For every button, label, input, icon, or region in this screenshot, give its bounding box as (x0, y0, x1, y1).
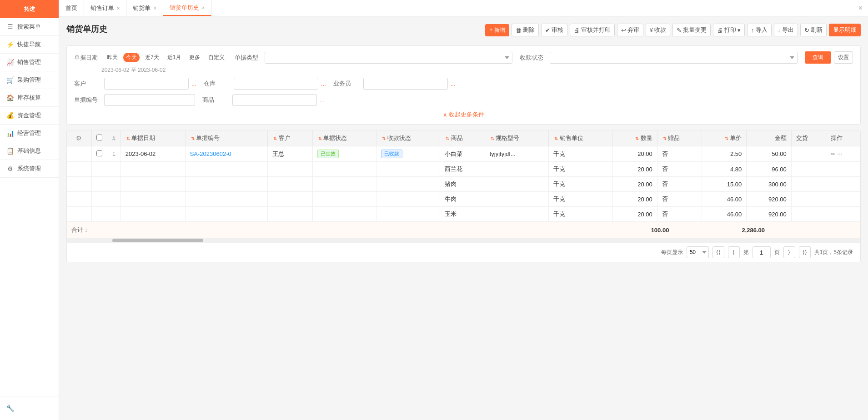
salesperson-ellipsis[interactable]: ... (451, 80, 456, 87)
date-tag-7days[interactable]: 近7天 (142, 53, 162, 62)
page-last-btn[interactable]: ⟩⟩ (799, 246, 811, 258)
horizontal-scrollbar[interactable] (67, 238, 860, 242)
edit-icon[interactable]: ✏ (831, 151, 835, 157)
date-tag-custom[interactable]: 自定义 (206, 53, 227, 62)
customer-ellipsis[interactable]: ... (191, 80, 196, 87)
sidebar-item-sales-mgmt[interactable]: 📈 销售管理 (0, 54, 59, 71)
row-goods: 牛肉 (440, 192, 485, 207)
import-button[interactable]: ↑ 导入 (747, 24, 772, 36)
th-checkbox[interactable] (91, 130, 107, 146)
row-doc-no[interactable]: SA-20230602-0 (185, 146, 268, 162)
date-tag-today[interactable]: 今天 (123, 53, 140, 62)
th-gear[interactable]: ⚙ (67, 130, 91, 146)
tab-home[interactable]: 首页 (59, 0, 84, 16)
th-doc-date[interactable]: ⇅ 单据日期 (120, 130, 185, 146)
page-suffix: 页 (774, 249, 780, 256)
per-page-select[interactable]: 50 100 200 (687, 246, 709, 258)
date-tag-1month[interactable]: 近1月 (165, 53, 184, 62)
sidebar-item-purchase-mgmt[interactable]: 🛒 采购管理 (0, 71, 59, 89)
sidebar-item-quick-nav[interactable]: ⚡ 快捷导航 (0, 36, 59, 54)
settings-button[interactable]: 设置 (834, 51, 853, 64)
tab-sales-goods[interactable]: 销货单 × (126, 0, 163, 16)
warehouse-label: 仓库 (204, 80, 231, 88)
sidebar-item-finance[interactable]: 💰 资金管理 (0, 107, 59, 125)
goods-ellipsis[interactable]: ... (320, 97, 325, 104)
th-doc-status[interactable]: ⇅ 单据状态 (312, 130, 376, 146)
row-checkbox[interactable] (91, 177, 107, 192)
row-checkbox[interactable] (91, 192, 107, 207)
delete-button[interactable]: 🗑 删除 (512, 24, 539, 36)
query-button[interactable]: 查询 (805, 51, 831, 64)
tab-bar-close-all[interactable]: × (853, 4, 868, 12)
row-doc-no[interactable] (185, 207, 268, 222)
row-checkbox[interactable] (91, 207, 107, 222)
new-button[interactable]: + 新增 (485, 24, 509, 36)
page-input[interactable]: 1 (753, 246, 771, 258)
total-amount: 2,286.00 (742, 227, 765, 234)
print-button[interactable]: 🖨 打印 ▾ (713, 24, 745, 36)
salesperson-filter-group: 业务员 ... (333, 78, 456, 90)
gear-icon[interactable]: ⚙ (76, 135, 82, 142)
show-detail-button[interactable]: 显示明细 (829, 24, 861, 36)
page-next-btn[interactable]: ⟩ (783, 246, 795, 258)
row-qty: 20.00 (612, 146, 657, 162)
th-doc-no[interactable]: ⇅ 单据编号 (185, 130, 268, 146)
collect-button[interactable]: ¥ 收款 (646, 24, 670, 36)
more-icon[interactable]: ⋯ (837, 151, 843, 157)
th-goods[interactable]: ⇅ 商品 (440, 130, 485, 146)
date-filter-group: 单据日期 昨天 今天 近7天 近1月 更多 自定义 (74, 53, 227, 62)
salesperson-input[interactable] (363, 78, 448, 90)
row-doc-no[interactable] (185, 162, 268, 177)
row-gift: 否 (657, 162, 702, 177)
th-unit[interactable]: ⇅ 销售单位 (549, 130, 612, 146)
row-goods: 小白菜 (440, 146, 485, 162)
refresh-button[interactable]: ↻ 刷新 (800, 24, 827, 36)
doc-no-input[interactable] (104, 94, 195, 106)
warehouse-ellipsis[interactable]: ... (321, 80, 326, 87)
sidebar-item-ops-mgmt[interactable]: 📊 经营管理 (0, 125, 59, 142)
row-checkbox[interactable] (91, 162, 107, 177)
print-icon: 🖨 (717, 27, 723, 34)
batch-change-button[interactable]: ✎ 批量变更 (672, 24, 711, 36)
customer-input[interactable] (104, 78, 189, 90)
page-prev-btn[interactable]: ⟨ (728, 246, 740, 258)
th-qty[interactable]: ⇅ 数量 (612, 130, 657, 146)
salesperson-label: 业务员 (333, 80, 361, 88)
date-tag-yesterday[interactable]: 昨天 (104, 53, 120, 62)
inventory-icon: 🏠 (6, 94, 14, 101)
sidebar-item-search-menu[interactable]: ☰ 搜索菜单 (0, 18, 59, 36)
th-spec[interactable]: ⇅ 规格型号 (485, 130, 548, 146)
date-tag-more[interactable]: 更多 (186, 53, 203, 62)
sidebar-item-inventory[interactable]: 🏠 库存核算 (0, 89, 59, 107)
warehouse-input[interactable] (234, 78, 318, 90)
sidebar: 拓进 ☰ 搜索菜单 ⚡ 快捷导航 📈 销售管理 🛒 采购管理 🏠 库存核算 💰 … (0, 0, 59, 420)
sort-icon: ⇅ (191, 136, 195, 141)
doc-type-select[interactable] (265, 52, 512, 64)
th-customer[interactable]: ⇅ 客户 (268, 130, 312, 146)
tab-sales-goods-close[interactable]: × (153, 5, 156, 11)
row-doc-no[interactable] (185, 177, 268, 192)
export-button[interactable]: ↓ 导出 (774, 24, 798, 36)
sidebar-bottom-item1[interactable]: 🔧 (0, 400, 59, 416)
tab-sales-history[interactable]: 销货单历史 × (163, 0, 211, 16)
th-price[interactable]: ⇅ 单价 (702, 130, 747, 146)
payment-status-select[interactable] (550, 52, 798, 64)
row-checkbox[interactable] (91, 146, 107, 162)
tab-sales-order-close[interactable]: × (117, 5, 120, 11)
doc-type-label: 单据类型 (235, 54, 262, 62)
abandon-button[interactable]: ↩ 弃审 (617, 24, 643, 36)
row-doc-no[interactable] (185, 192, 268, 207)
sidebar-item-sys-mgmt[interactable]: ⚙ 系统管理 (0, 160, 59, 178)
sidebar-item-base-info[interactable]: 📋 基础信息 (0, 142, 59, 160)
goods-input[interactable] (232, 94, 317, 106)
review-button[interactable]: ✔ 审核 (541, 24, 567, 36)
th-payment-status[interactable]: ⇅ 收款状态 (376, 130, 440, 146)
page-first-btn[interactable]: ⟨⟨ (712, 246, 724, 258)
collapse-button[interactable]: ∧ 收起更多条件 (443, 110, 484, 119)
tab-sales-order[interactable]: 销售订单 × (84, 0, 126, 16)
tab-sales-history-close[interactable]: × (202, 5, 205, 10)
select-all-checkbox[interactable] (96, 135, 102, 140)
review-print-button[interactable]: 🖨 审核并打印 (570, 24, 615, 36)
th-gift[interactable]: ⇅ 赠品 (657, 130, 702, 146)
export-icon: ↓ (778, 27, 781, 34)
